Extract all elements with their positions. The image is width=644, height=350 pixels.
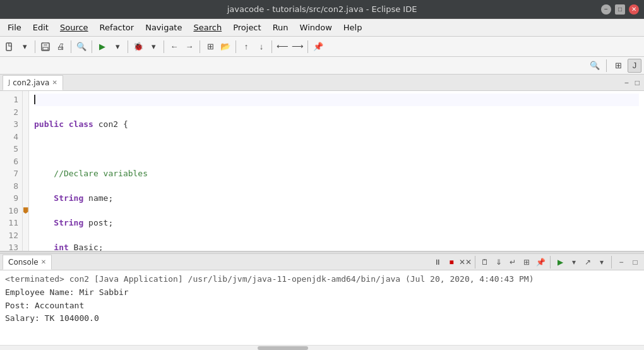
console-tab-close[interactable]: ✕ <box>41 258 46 265</box>
main-toolbar: ▾ 🖨 🔍 ▶ ▾ 🐞 ▾ ← → ⊞ 📂 ↑ ↓ ⟵ ⟶ 📌 <box>0 37 644 57</box>
maximize-button[interactable]: □ <box>615 4 625 15</box>
editor-tab-con2[interactable]: J con2.java ✕ <box>3 75 63 90</box>
marker-5 <box>23 143 28 155</box>
prev-edit[interactable]: ⟵ <box>275 40 289 54</box>
marker-13 <box>23 241 28 251</box>
tb-dropdown1[interactable]: ▾ <box>18 40 32 54</box>
run-last-launch[interactable]: ▶ <box>554 256 566 269</box>
menu-refactor[interactable]: Refactor <box>95 21 140 34</box>
code-line-4: //Declare variables <box>34 167 639 180</box>
editor-tabs: J con2.java ✕ <box>3 75 63 90</box>
marker-1 <box>23 94 28 106</box>
sep10 <box>606 59 607 72</box>
console-content: <terminated> con2 [Java Application] /us… <box>0 270 644 345</box>
run-last-dropdown[interactable]: ▾ <box>568 256 580 269</box>
nav-back[interactable]: ← <box>167 40 181 54</box>
console-tab-bar: Console ✕ ⏸ ■ ✕✕ 🗒 ⇓ ↵ ⊞ 📌 ▶ ▾ ↗ ▾ <box>0 254 644 270</box>
menu-edit[interactable]: Edit <box>28 21 54 34</box>
maximize-console[interactable]: □ <box>629 256 641 269</box>
editor-container: J con2.java ✕ − □ 1 2 3 4 5 6 7 8 9 10 1… <box>0 75 644 251</box>
open-type-button[interactable]: ⊞ <box>203 40 217 54</box>
sep1 <box>35 40 35 53</box>
open-in-dropdown[interactable]: ▾ <box>595 256 608 269</box>
menu-window[interactable]: Window <box>295 21 337 34</box>
main-content: J con2.java ✕ − □ 1 2 3 4 5 6 7 8 9 10 1… <box>0 75 644 350</box>
debug-button[interactable]: 🐞 <box>131 40 145 54</box>
word-wrap-button[interactable]: ↵ <box>506 256 519 269</box>
sep7 <box>236 40 236 53</box>
suspend-button[interactable]: ⏸ <box>431 256 444 269</box>
menu-help[interactable]: Help <box>338 21 367 34</box>
scroll-lock-button[interactable]: ⇓ <box>492 256 505 269</box>
save-button[interactable] <box>39 40 52 54</box>
console-output-line-1: Employee Name: Mir Sabbir <box>5 286 639 299</box>
marker-8 <box>23 180 28 193</box>
console-tabs: Console ✕ <box>3 255 52 270</box>
next-annot[interactable]: ↓ <box>254 40 268 54</box>
marker-10 <box>23 205 28 217</box>
console-tab[interactable]: Console ✕ <box>3 255 52 270</box>
menu-file[interactable]: File <box>3 21 27 34</box>
nav-forward[interactable]: → <box>182 40 196 54</box>
marker-7 <box>23 167 28 180</box>
pin-button[interactable]: 📌 <box>311 40 325 54</box>
sep5 <box>164 40 164 53</box>
new-button[interactable] <box>3 40 16 54</box>
code-content[interactable]: ​ public class con2 { //Declare variable… <box>29 91 644 251</box>
console-output-line-2: Post: Accountant <box>5 299 639 313</box>
console-container: Console ✕ ⏸ ■ ✕✕ 🗒 ⇓ ↵ ⊞ 📌 ▶ ▾ ↗ ▾ <box>0 254 644 350</box>
bookmark-icon <box>23 207 28 214</box>
close-button[interactable]: ✕ <box>629 4 639 15</box>
line-numbers: 1 2 3 4 5 6 7 8 9 10 11 12 13 14 15 <box>0 91 23 251</box>
run-button[interactable]: ▶ <box>95 40 109 54</box>
minimize-console[interactable]: − <box>615 256 628 269</box>
menu-search[interactable]: Search <box>188 21 227 34</box>
remove-launch-button[interactable]: ✕✕ <box>459 256 472 269</box>
minimize-button[interactable]: − <box>601 4 611 15</box>
next-edit[interactable]: ⟶ <box>290 40 304 54</box>
marker-2 <box>23 106 28 119</box>
terminate-button[interactable]: ■ <box>445 256 458 269</box>
code-line-2: public class con2 { <box>34 118 639 131</box>
console-output-line-3: Salary: TK 104000.0 <box>5 312 639 325</box>
java-file-icon: J <box>8 78 10 87</box>
debug-dropdown[interactable]: ▾ <box>146 40 160 54</box>
open-in-console[interactable]: ↗ <box>581 256 594 269</box>
java-perspective[interactable]: J <box>628 59 641 73</box>
prev-annot[interactable]: ↑ <box>239 40 253 54</box>
menu-source[interactable]: Source <box>55 21 93 34</box>
menu-navigate[interactable]: Navigate <box>140 21 187 34</box>
perspectives-button[interactable]: ⊞ <box>611 59 625 73</box>
code-line-7: int Basic; <box>34 241 639 251</box>
menu-project[interactable]: Project <box>228 21 266 34</box>
marker-11 <box>23 217 28 229</box>
horizontal-scrollbar[interactable] <box>0 345 644 350</box>
sep4 <box>128 40 128 53</box>
search-icon-toolbar[interactable]: 🔍 <box>588 59 602 73</box>
open-console-button[interactable]: ⊞ <box>520 256 533 269</box>
pin-console-button[interactable]: 📌 <box>534 256 547 269</box>
scrollbar-thumb[interactable] <box>258 346 308 350</box>
window-title: javacode - tutorials/src/con2.java - Ecl… <box>43 4 601 14</box>
console-sep1 <box>475 256 475 269</box>
marker-6 <box>23 155 28 168</box>
sep2 <box>71 40 71 53</box>
minimize-editor-button[interactable]: − <box>623 77 631 88</box>
open-resource-button[interactable]: 📂 <box>218 40 232 54</box>
clear-console-button[interactable]: 🗒 <box>479 256 491 269</box>
editor-tab-bar: J con2.java ✕ − □ <box>0 75 644 91</box>
code-editor[interactable]: 1 2 3 4 5 6 7 8 9 10 11 12 13 14 15 <box>0 91 644 251</box>
tab-close-button[interactable]: ✕ <box>52 79 57 86</box>
maximize-editor-button[interactable]: □ <box>633 77 641 88</box>
title-bar: javacode - tutorials/src/con2.java - Ecl… <box>0 0 644 19</box>
marker-3 <box>23 118 28 131</box>
print-button[interactable]: 🖨 <box>54 40 68 54</box>
marker-4 <box>23 131 28 143</box>
search-toolbar-button[interactable]: 🔍 <box>75 40 88 54</box>
secondary-toolbar: 🔍 ⊞ J <box>0 57 644 75</box>
menu-run[interactable]: Run <box>268 21 294 34</box>
marker-12 <box>23 229 28 242</box>
code-line-3 <box>34 143 639 155</box>
run-dropdown[interactable]: ▾ <box>110 40 124 54</box>
console-sep2 <box>550 256 551 269</box>
